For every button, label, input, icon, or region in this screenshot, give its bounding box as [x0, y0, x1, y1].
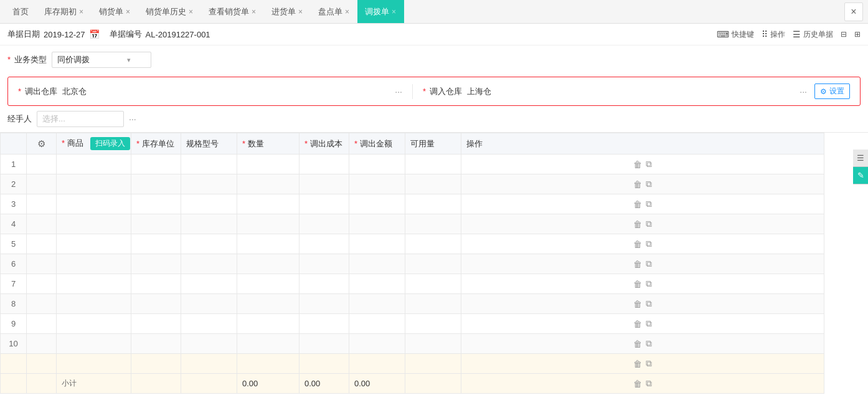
operation-btn[interactable]: ⠿ 操作: [762, 29, 785, 40]
settings-button[interactable]: ⚙ 设置: [814, 83, 850, 99]
warehouse-in-more-icon[interactable]: ···: [800, 87, 807, 97]
row-amount-4[interactable]: [349, 214, 405, 234]
row-goods-8[interactable]: [57, 294, 131, 314]
row-spec-11[interactable]: [181, 354, 237, 374]
row-amount-5[interactable]: [349, 234, 405, 254]
row-unit-6[interactable]: [131, 254, 181, 274]
row-unit-4[interactable]: [131, 214, 181, 234]
tab-stocktake[interactable]: 盘点单 ×: [311, 0, 357, 23]
row-spec-5[interactable]: [181, 234, 237, 254]
delete-icon[interactable]: 🗑: [633, 339, 642, 349]
row-unit-3[interactable]: [131, 194, 181, 214]
row-unit-1[interactable]: [131, 155, 181, 174]
row-goods-7[interactable]: [57, 274, 131, 294]
row-cost-8[interactable]: [300, 294, 349, 314]
row-cost-9[interactable]: [300, 314, 349, 334]
row-available-9[interactable]: [405, 314, 461, 334]
row-available-3[interactable]: [405, 194, 461, 214]
row-available-7[interactable]: [405, 274, 461, 294]
float-btn-edit[interactable]: ✎: [853, 167, 868, 184]
row-spec-7[interactable]: [181, 274, 237, 294]
row-amount-9[interactable]: [349, 314, 405, 334]
row-goods-6[interactable]: [57, 254, 131, 274]
row-unit-9[interactable]: [131, 314, 181, 334]
tab-home[interactable]: 首页: [5, 0, 37, 23]
row-cost-4[interactable]: [300, 214, 349, 234]
row-goods-3[interactable]: [57, 194, 131, 214]
row-cost-10[interactable]: [300, 334, 349, 354]
row-qty-7[interactable]: [237, 274, 300, 294]
row-available-6[interactable]: [405, 254, 461, 274]
row-available-1[interactable]: [405, 155, 461, 174]
scan-btn[interactable]: 扫码录入: [90, 137, 130, 150]
row-goods-5[interactable]: [57, 234, 131, 254]
layout-btn1[interactable]: ⊟: [841, 30, 847, 39]
row-spec-6[interactable]: [181, 254, 237, 274]
delete-icon[interactable]: 🗑: [633, 239, 642, 249]
shortcut-btn[interactable]: ⌨ 快捷键: [717, 29, 754, 40]
row-amount-10[interactable]: [349, 334, 405, 354]
row-cost-1[interactable]: [300, 155, 349, 174]
tab-sales-order-close[interactable]: ×: [126, 7, 130, 16]
tab-sales-history-close[interactable]: ×: [189, 7, 193, 16]
copy-icon[interactable]: ⧉: [646, 259, 652, 269]
copy-icon[interactable]: ⧉: [646, 298, 652, 309]
row-cost-2[interactable]: [300, 174, 349, 194]
row-available-8[interactable]: [405, 294, 461, 314]
delete-icon[interactable]: 🗑: [633, 179, 642, 189]
row-available-5[interactable]: [405, 234, 461, 254]
delete-icon[interactable]: 🗑: [633, 159, 642, 169]
copy-icon[interactable]: ⧉: [646, 278, 652, 289]
row-qty-6[interactable]: [237, 254, 300, 274]
copy-icon[interactable]: ⧉: [646, 199, 652, 209]
copy-icon[interactable]: ⧉: [646, 318, 652, 329]
calendar-icon[interactable]: 📅: [89, 29, 100, 39]
row-qty-9[interactable]: [237, 314, 300, 334]
copy-icon[interactable]: ⧉: [646, 179, 652, 189]
history-btn[interactable]: ☰ 历史单据: [793, 29, 833, 40]
row-goods-10[interactable]: [57, 334, 131, 354]
tab-purchase-close[interactable]: ×: [298, 7, 303, 16]
row-available-4[interactable]: [405, 214, 461, 234]
handler-select[interactable]: 选择...: [37, 111, 124, 127]
delete-icon[interactable]: 🗑: [633, 219, 642, 229]
row-qty-8[interactable]: [237, 294, 300, 314]
row-goods-9[interactable]: [57, 314, 131, 334]
tab-transfer[interactable]: 调拨单 ×: [357, 0, 404, 23]
row-qty-5[interactable]: [237, 234, 300, 254]
row-cost-11[interactable]: [300, 354, 349, 374]
row-qty-2[interactable]: [237, 174, 300, 194]
row-amount-3[interactable]: [349, 194, 405, 214]
row-unit-8[interactable]: [131, 294, 181, 314]
row-cost-3[interactable]: [300, 194, 349, 214]
window-close-button[interactable]: ×: [844, 2, 863, 21]
row-available-11[interactable]: [405, 354, 461, 374]
delete-icon[interactable]: 🗑: [633, 319, 642, 329]
row-amount-11[interactable]: [349, 354, 405, 374]
row-amount-6[interactable]: [349, 254, 405, 274]
tab-purchase[interactable]: 进货单 ×: [264, 0, 311, 23]
tab-transfer-close[interactable]: ×: [392, 7, 396, 16]
row-goods-11[interactable]: [57, 354, 131, 374]
row-goods-4[interactable]: [57, 214, 131, 234]
row-amount-7[interactable]: [349, 274, 405, 294]
tab-sales-order[interactable]: 销货单 ×: [92, 0, 138, 23]
row-spec-4[interactable]: [181, 214, 237, 234]
row-unit-11[interactable]: [131, 354, 181, 374]
row-goods-1[interactable]: [57, 155, 131, 174]
delete-icon[interactable]: 🗑: [633, 259, 642, 269]
tab-view-sales[interactable]: 查看销货单 ×: [201, 0, 264, 23]
delete-icon[interactable]: 🗑: [633, 199, 642, 209]
tab-view-sales-close[interactable]: ×: [252, 7, 256, 16]
subtotal-delete-icon[interactable]: 🗑: [633, 379, 642, 389]
row-cost-7[interactable]: [300, 274, 349, 294]
tab-inventory-init[interactable]: 库存期初 ×: [37, 0, 92, 23]
row-goods-2[interactable]: [57, 174, 131, 194]
tab-sales-history[interactable]: 销货单历史 ×: [138, 0, 201, 23]
copy-icon[interactable]: ⧉: [646, 159, 652, 169]
row-qty-3[interactable]: [237, 194, 300, 214]
tab-stocktake-close[interactable]: ×: [345, 7, 349, 16]
subtotal-copy-icon[interactable]: ⧉: [646, 378, 652, 389]
row-spec-9[interactable]: [181, 314, 237, 334]
delete-icon[interactable]: 🗑: [633, 299, 642, 309]
